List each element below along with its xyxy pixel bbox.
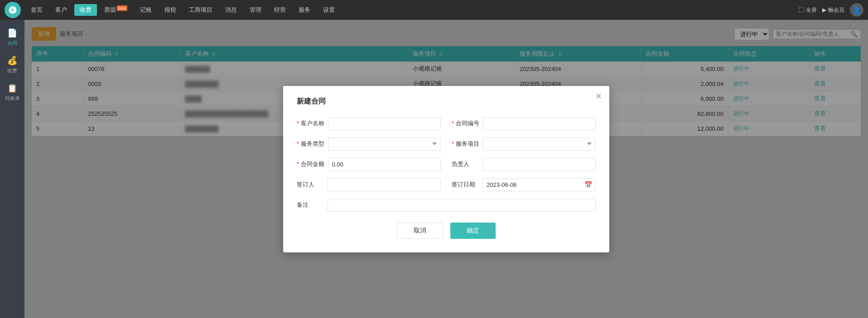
nav-manage[interactable]: 管理 bbox=[244, 4, 267, 16]
sign-date-wrapper: 📅 bbox=[482, 178, 596, 191]
signer-input[interactable] bbox=[328, 178, 441, 191]
contract-no-label: 合同编号 bbox=[452, 119, 479, 128]
sign-date-label: 签订日期 bbox=[452, 180, 479, 189]
top-navigation: 首页 客户 收费 票据new 记账 报税 工商项目 消息 管理 经营 服务 设置… bbox=[0, 0, 868, 20]
remark-input[interactable] bbox=[328, 199, 596, 212]
new-badge: new bbox=[117, 5, 127, 11]
nav-operation[interactable]: 经营 bbox=[269, 4, 291, 16]
nav-invoice[interactable]: 票据new bbox=[99, 4, 133, 16]
form-row-service-type: 服务类型 bbox=[297, 138, 441, 151]
app-logo bbox=[5, 2, 21, 18]
amount-input[interactable] bbox=[328, 158, 441, 171]
form-grid: 客户名称 合同编号 服务类型 服务项目 bbox=[297, 117, 596, 191]
contract-icon: 📄 bbox=[7, 28, 17, 38]
responsible-input[interactable] bbox=[482, 158, 596, 171]
fullscreen-label: 全屏 bbox=[806, 6, 817, 14]
sign-date-input[interactable] bbox=[482, 178, 596, 191]
nav-right-actions: ⛶ 全屏 ▶ 畅会员 👤 bbox=[799, 3, 863, 17]
calendar-icon: 📅 bbox=[584, 181, 592, 188]
nav-settings[interactable]: 设置 bbox=[318, 4, 340, 16]
service-item-select[interactable] bbox=[483, 138, 596, 151]
nav-menu: 首页 客户 收费 票据new 记账 报税 工商项目 消息 管理 经营 服务 设置 bbox=[25, 4, 799, 16]
form-row-client: 客户名称 bbox=[297, 117, 441, 130]
fullscreen-button[interactable]: ⛶ 全屏 bbox=[799, 6, 817, 14]
user-avatar[interactable]: 👤 bbox=[850, 3, 863, 17]
responsible-label: 负责人 bbox=[452, 160, 479, 168]
nav-service[interactable]: 服务 bbox=[293, 4, 316, 16]
nav-home[interactable]: 首页 bbox=[25, 4, 48, 16]
confirm-button[interactable]: 确定 bbox=[450, 223, 496, 239]
billing-icon: 💰 bbox=[7, 56, 17, 66]
client-name-input[interactable] bbox=[328, 117, 441, 130]
nav-bookkeeping[interactable]: 记账 bbox=[135, 4, 157, 16]
main-content: 新增 服务项目 进行中 已结束 全部 🔍 序号 合同编码 ⇅ 客户名称 ⇅ bbox=[24, 20, 868, 318]
nav-message[interactable]: 消息 bbox=[220, 4, 242, 16]
form-row-responsible: 负责人 bbox=[452, 158, 596, 171]
member-icon: ▶ bbox=[822, 7, 826, 13]
dialog-footer: 取消 确定 bbox=[297, 223, 596, 239]
contract-no-input[interactable] bbox=[483, 117, 596, 130]
nav-tax[interactable]: 报税 bbox=[159, 4, 182, 16]
member-button[interactable]: ▶ 畅会员 bbox=[822, 6, 844, 14]
nav-billing[interactable]: 收费 bbox=[74, 4, 97, 16]
form-row-sign-date: 签订日期 📅 bbox=[452, 178, 596, 191]
amount-label: 合同金额 bbox=[297, 160, 324, 168]
sidebar-item-contract-label: 合同 bbox=[7, 40, 17, 47]
cancel-button[interactable]: 取消 bbox=[397, 223, 443, 239]
sidebar-item-statement[interactable]: 📋 对账单 bbox=[0, 80, 24, 105]
form-row-amount: 合同金额 bbox=[297, 158, 441, 171]
dialog-overlay: 新建合同 ✕ 客户名称 合同编号 服务类型 bbox=[24, 20, 868, 318]
signer-label: 签订人 bbox=[297, 180, 324, 189]
main-layout: 📄 合同 💰 收费 📋 对账单 新增 服务项目 进行中 已结束 全部 🔍 bbox=[0, 20, 868, 318]
form-row-contract-no: 合同编号 bbox=[452, 117, 596, 130]
sidebar-item-billing-label: 收费 bbox=[7, 67, 17, 74]
avatar-icon: 👤 bbox=[852, 6, 861, 14]
statement-icon: 📋 bbox=[7, 83, 17, 93]
nav-client[interactable]: 客户 bbox=[50, 4, 72, 16]
form-row-service-item: 服务项目 bbox=[452, 138, 596, 151]
form-row-remark: 备注 bbox=[297, 199, 596, 212]
service-type-select[interactable] bbox=[328, 138, 441, 151]
sidebar-item-statement-label: 对账单 bbox=[5, 95, 20, 102]
member-label: 畅会员 bbox=[828, 6, 844, 14]
dialog-title: 新建合同 bbox=[297, 97, 596, 106]
client-name-label: 客户名称 bbox=[297, 119, 324, 128]
sidebar-item-contract[interactable]: 📄 合同 bbox=[0, 24, 24, 50]
remark-label: 备注 bbox=[297, 201, 324, 209]
new-contract-dialog: 新建合同 ✕ 客户名称 合同编号 服务类型 bbox=[283, 86, 609, 252]
service-item-label: 服务项目 bbox=[452, 140, 479, 148]
sidebar: 📄 合同 💰 收费 📋 对账单 bbox=[0, 20, 24, 318]
dialog-close-button[interactable]: ✕ bbox=[595, 92, 602, 100]
sidebar-item-billing[interactable]: 💰 收费 bbox=[0, 52, 24, 78]
form-row-signer: 签订人 bbox=[297, 178, 441, 191]
service-type-label: 服务类型 bbox=[297, 140, 324, 148]
fullscreen-icon: ⛶ bbox=[799, 7, 804, 13]
nav-bizproject[interactable]: 工商项目 bbox=[183, 4, 218, 16]
